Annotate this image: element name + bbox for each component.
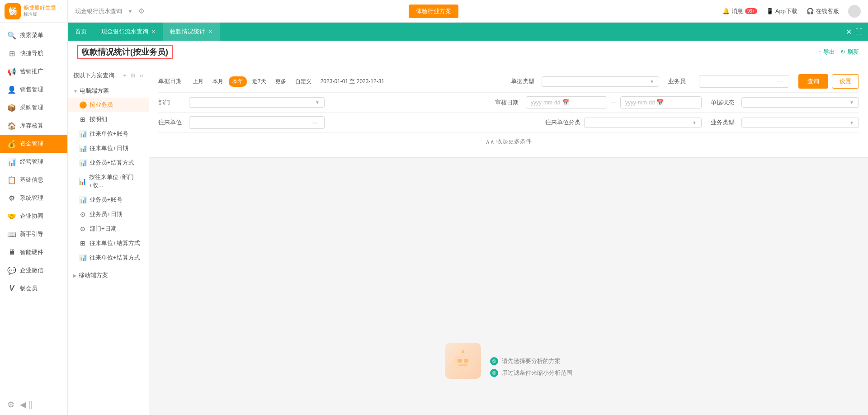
more-dots-icon[interactable]: ··· bbox=[775, 78, 784, 85]
right-content: 单据日期 上月 本月 本年 近7天 更多 自定义 2023-01-01 至 20… bbox=[149, 63, 868, 415]
doc-type-label: 单据类型 bbox=[511, 77, 538, 85]
topbar-right: 🔔 消息 99+ 📱 App下载 🎧 在线客服 bbox=[722, 5, 861, 18]
date-tab-7days[interactable]: 近7天 bbox=[249, 76, 270, 87]
add-scheme-icon[interactable]: + bbox=[123, 72, 127, 79]
refresh-button[interactable]: ↻ 刷新 bbox=[840, 48, 859, 56]
close-all-icon[interactable]: ✕ bbox=[846, 28, 852, 36]
date-dash: — bbox=[611, 99, 617, 106]
tree-header-mobile[interactable]: ▶ 移动端方案 bbox=[68, 269, 149, 282]
sidebar-item-operations[interactable]: 📊 经营管理 bbox=[0, 153, 67, 171]
tree-item-unit-dept-collect[interactable]: 📊 按往来单位+部门+收... bbox=[68, 170, 149, 193]
counterpart-more-icon[interactable]: ··· bbox=[311, 119, 320, 126]
counterpart-category-select[interactable]: ▼ bbox=[584, 118, 702, 128]
tree-item-unit-settlement1[interactable]: ⊞ 往来单位+结算方式 bbox=[68, 236, 149, 250]
salesperson-select[interactable]: ··· bbox=[699, 75, 789, 88]
tree-item-salesperson-account[interactable]: 📊 业务员+账号 bbox=[68, 193, 149, 207]
audit-date-end-input[interactable]: yyyy-mm-dd 📅 bbox=[620, 96, 702, 108]
tab-cash-flow[interactable]: 现金银行流水查询 ✕ bbox=[94, 23, 163, 41]
svg-rect-9 bbox=[452, 360, 454, 366]
date-tab-last-month[interactable]: 上月 bbox=[189, 76, 207, 87]
query-button[interactable]: 查询 bbox=[798, 74, 828, 89]
dept-select[interactable]: ▼ bbox=[189, 97, 325, 108]
sidebar-footer: ⚙ ◀ ‖ bbox=[0, 394, 67, 415]
main-container: 现金银行流水查询 ▼ ⚙ 体验行业方案 🔔 消息 99+ 📱 App下载 🎧 在… bbox=[68, 0, 868, 415]
doc-date-label: 单据日期 bbox=[158, 77, 185, 85]
empty-state: ① 请先选择要分析的方案 ② 用过滤条件来缩小分析范围 bbox=[445, 343, 572, 379]
sidebar-item-purchase[interactable]: 📦 采购管理 bbox=[0, 99, 67, 117]
audit-date-start-input[interactable]: yyyy-mm-dd 📅 bbox=[526, 96, 607, 108]
scheme-settings-icon[interactable]: ⚙ bbox=[130, 72, 136, 79]
date-tab-more[interactable]: 更多 bbox=[272, 76, 290, 87]
clock-icon2: ⊙ bbox=[79, 225, 87, 232]
sidebar-item-shortcut[interactable]: ⊞ 快捷导航 bbox=[0, 44, 67, 62]
sidebar-item-finance[interactable]: 💰 资金管理 bbox=[0, 135, 67, 153]
tree-item-unit-account[interactable]: 📊 往来单位+账号 bbox=[68, 127, 149, 141]
online-service-button[interactable]: 🎧 在线客服 bbox=[807, 7, 839, 15]
date-tab-custom[interactable]: 自定义 bbox=[292, 76, 315, 87]
tree-item-by-detail[interactable]: ⊞ 按明细 bbox=[68, 112, 149, 127]
tab-home[interactable]: 首页 bbox=[68, 23, 94, 41]
sidebar-item-hardware[interactable]: 🖥 智能硬件 bbox=[0, 243, 67, 261]
filter-group-audit-date: 审核日期 yyyy-mm-dd 📅 — yyyy-mm-dd 📅 bbox=[495, 96, 702, 108]
tab-close-receivable[interactable]: ✕ bbox=[208, 28, 212, 35]
counterpart-category-label: 往来单位分类 bbox=[545, 118, 580, 127]
date-tab-this-year[interactable]: 本年 bbox=[229, 76, 247, 87]
fullscreen-icon[interactable]: ⛶ bbox=[855, 28, 863, 36]
app-download-button[interactable]: 📱 App下载 bbox=[766, 7, 797, 15]
content-body: ① 请先选择要分析的方案 ② 用过滤条件来缩小分析范围 bbox=[149, 158, 868, 415]
topbar-settings-icon[interactable]: ⚙ bbox=[138, 7, 145, 15]
svg-rect-4 bbox=[458, 359, 462, 363]
counterpart-label: 往来单位 bbox=[158, 118, 185, 127]
avatar-image bbox=[848, 5, 861, 18]
message-button[interactable]: 🔔 消息 99+ bbox=[722, 7, 757, 15]
list-icon: 📋 bbox=[7, 175, 16, 184]
settings-footer-icon[interactable]: ⚙ bbox=[7, 400, 14, 410]
collapse-sidebar-icon[interactable]: ◀ ‖ bbox=[20, 400, 33, 410]
filter-group-counterpart-category: 往来单位分类 ▼ bbox=[545, 118, 702, 128]
sidebar-item-enterprise[interactable]: 🤝 企业协同 bbox=[0, 207, 67, 225]
sidebar-item-sales[interactable]: 👤 销售管理 bbox=[0, 80, 67, 99]
tree-header-desktop[interactable]: ▼ 电脑端方案 bbox=[68, 84, 149, 98]
tree-item-unit-settlement2[interactable]: 📊 往来单位+结算方式 bbox=[68, 250, 149, 265]
user-avatar[interactable] bbox=[848, 5, 861, 18]
svg-rect-6 bbox=[458, 364, 467, 366]
chevron-up-icon: ∧∧ bbox=[486, 138, 495, 145]
biz-type-select[interactable]: ▼ bbox=[741, 118, 859, 128]
page-title: 收款情况统计(按业务员) bbox=[77, 45, 173, 59]
tab-close-cash-flow[interactable]: ✕ bbox=[151, 28, 156, 35]
collapse-button[interactable]: ∧∧ 收起更多条件 bbox=[486, 137, 532, 146]
filter-row-2: 部门 ▼ 审核日期 yyyy-mm-dd 📅 — bbox=[158, 93, 859, 113]
tip-item-1: ① 请先选择要分析的方案 bbox=[490, 355, 572, 367]
collapse-panel-icon[interactable]: « bbox=[140, 72, 143, 79]
sidebar-item-guide[interactable]: 📖 新手引导 bbox=[0, 225, 67, 243]
grid2-icon: ⊞ bbox=[79, 116, 87, 123]
tree-item-salesperson-settlement[interactable]: 📊 业务员+结算方式 bbox=[68, 156, 149, 170]
chevron-down-biztype: ▼ bbox=[849, 120, 854, 125]
phone-icon: 📱 bbox=[766, 8, 774, 14]
tab-receivable[interactable]: 收款情况统计 ✕ bbox=[163, 23, 220, 41]
export-button[interactable]: ↑ 导出 bbox=[819, 48, 835, 56]
export-icon: ↑ bbox=[819, 48, 822, 55]
date-tab-this-month[interactable]: 本月 bbox=[209, 76, 227, 87]
bell-icon: 🔔 bbox=[722, 8, 730, 14]
page-header: 收款情况统计(按业务员) ↑ 导出 ↻ 刷新 bbox=[68, 41, 868, 63]
tree-item-by-salesperson[interactable]: 🟠 按业务员 bbox=[68, 98, 149, 112]
counterpart-select[interactable]: ··· bbox=[189, 116, 325, 129]
trial-button[interactable]: 体验行业方案 bbox=[409, 5, 458, 18]
sidebar-item-basic[interactable]: 📋 基础信息 bbox=[0, 171, 67, 189]
hardware-icon: 🖥 bbox=[7, 248, 16, 257]
system-icon: ⚙ bbox=[7, 193, 16, 203]
tree-item-salesperson-date[interactable]: ⊙ 业务员+日期 bbox=[68, 207, 149, 222]
sidebar-item-system[interactable]: ⚙ 系统管理 bbox=[0, 189, 67, 207]
settings-button[interactable]: 设置 bbox=[832, 74, 859, 89]
tree-item-unit-date[interactable]: 📊 往来单位+日期 bbox=[68, 141, 149, 156]
sidebar-item-wechat[interactable]: 💬 企业微信 bbox=[0, 261, 67, 279]
sidebar-item-search[interactable]: 🔍 搜索菜单 bbox=[0, 26, 67, 44]
doc-type-select[interactable]: ▼ bbox=[542, 76, 659, 87]
sidebar-item-member[interactable]: V 畅会员 bbox=[0, 279, 67, 297]
doc-status-select[interactable]: ▼ bbox=[741, 97, 859, 108]
tree-item-dept-date[interactable]: ⊙ 部门+日期 bbox=[68, 222, 149, 236]
empty-illustration bbox=[445, 343, 481, 379]
sidebar-item-inventory[interactable]: 🏠 库存核算 bbox=[0, 117, 67, 135]
sidebar-item-marketing[interactable]: 📢 营销推广 bbox=[0, 62, 67, 80]
